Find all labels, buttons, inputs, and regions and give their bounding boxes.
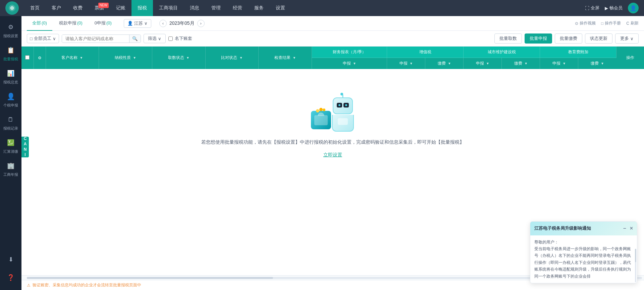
compare-sort-icon: ▼ [239,56,243,60]
nav-service[interactable]: 服务 [248,0,270,16]
fullscreen-button[interactable]: ⛶ 全屏 [585,5,599,11]
th-check-result: 检查结果 ▼ [259,47,312,69]
sidebar-item-batch-tax[interactable]: 📋 批量报税 [0,42,21,65]
refresh-icon: C [626,21,629,26]
current-month: 2023年05月 [169,20,195,26]
sidebar: ⚙ 报税设置 📋 批量报税 📊 报税总览 👤 个税申报 🗒 报税记录 💹 汇算清… [0,16,21,290]
nav-settings[interactable]: 设置 [270,0,291,16]
sidebar-item-personal-tax[interactable]: 👤 个税申报 [0,88,21,111]
personal-tax-icon: 👤 [6,91,16,101]
nav-operation[interactable]: 经营 [227,0,248,16]
vat-pay-sort: ▼ [448,62,451,65]
filter-chevron-icon: ∨ [158,36,161,41]
account-checkbox-label: 名下账套 [175,35,192,42]
search-button[interactable]: 🔍 [129,35,141,43]
scroll-thumb[interactable] [27,277,273,279]
prev-month-button[interactable]: ‹ [159,20,167,27]
notification-scrollthumb[interactable] [635,249,636,262]
sidebar-item-help[interactable]: ❓ [0,269,21,286]
th-fetch-status: 取数状态 ▼ [152,47,205,69]
th-edu-declare: 申报 ▼ [540,58,578,69]
batch-fetch-button[interactable]: 批量取数 [494,33,522,44]
sidebar-item-download[interactable]: ⬇ [0,251,21,268]
fin-declare-sort: ▼ [353,62,356,65]
tab-tax-declare[interactable]: 税款申报 (0) [54,16,88,31]
batch-pay-button[interactable]: 批量缴费 [555,33,582,44]
download-icon: ⬇ [6,255,16,265]
sidebar-item-tax-settings[interactable]: ⚙ 报税设置 [0,19,21,42]
user-avatar[interactable]: 👤 [628,3,639,13]
operation-video-button[interactable]: ⊙ 操作视频 [575,20,596,26]
sidebar-bottom: ⬇ ❓ [0,251,21,290]
notification-header: 江苏电子税务局升级影响通知 － × [530,222,637,235]
edu-declare-sort: ▼ [562,62,566,65]
top-navigation: 首页 客户 收费 票据 NEW 记账 报税 工商项目 消息 管理 经营 服务 设… [0,0,644,16]
nav-manage[interactable]: 管理 [205,0,227,16]
settings-icon: ⚙ [38,56,42,60]
empty-message: 若您想使用批量报税功能，请先在【报税设置】中进行报税的初始化设置，完成密码验证和… [201,139,464,145]
notification-scrollbar[interactable] [635,249,636,282]
th-compare-status: 比对状态 ▼ [205,47,259,69]
employee-chevron-icon: ∨ [53,36,56,41]
customer-sort-icon: ▼ [80,56,83,60]
th-settings: ⚙ [34,47,46,69]
th-vat-pay: 缴费 ▼ [425,58,464,69]
app-logo [5,1,19,15]
th-financial-report: 财务报表（月/季） [312,47,387,58]
nav-fee[interactable]: 收费 [67,0,89,16]
notification-panel: 江苏电子税务局升级影响通知 － × 尊敬的用户： 受当前电子税务局进一步升级的影… [530,221,637,283]
th-operation: 操作 [616,47,644,69]
sidebar-item-business-report[interactable]: 🏢 工商年报 [0,157,21,180]
th-tax-nature: 纳税性质 ▼ [99,47,152,69]
help-icon: ❓ [6,273,16,283]
notification-minimize-button[interactable]: － [622,225,627,232]
status-update-button[interactable]: 状态更新 [585,33,612,44]
fullscreen-icon: ⛶ [585,6,589,11]
notification-body-wrap: 尊敬的用户： 受当前电子税务局进一步升级的影响，同一个政务网账号（办税人）名下的… [530,235,637,283]
checkbox-wrap: 名下账套 [168,35,192,42]
business-report-icon: 🏢 [6,161,16,171]
account-checkbox[interactable] [168,37,173,41]
operation-manual-button[interactable]: □ 操作手册 [601,20,621,26]
th-financial-declare: 申报 ▼ [312,58,387,69]
edu-pay-sort: ▼ [601,62,604,65]
region-selector[interactable]: 👤 江苏 ∨ [124,19,151,28]
refresh-button[interactable]: C 刷新 [626,20,639,26]
check-sort-icon: ▼ [293,56,296,60]
search-input[interactable] [62,35,129,43]
nav-home[interactable]: 首页 [24,0,46,16]
nav-message[interactable]: 消息 [184,0,205,16]
vip-button[interactable]: ▶ 畅会员 [605,5,623,11]
tab-all[interactable]: 全部 (0) [27,16,52,31]
nav-items: 首页 客户 收费 票据 NEW 记账 报税 工商项目 消息 管理 经营 服务 设… [24,0,585,16]
empty-state: 若您想使用批量报税功能，请先在【报税设置】中进行报税的初始化设置，完成密码验证和… [21,69,644,178]
tab-zero-declare[interactable]: 0申报 (0) [89,16,117,31]
region-flag-icon: 👤 [127,21,133,26]
tax-overview-icon: 📊 [6,68,16,78]
next-month-button[interactable]: › [197,20,205,27]
more-chevron-icon: ∨ [630,36,634,41]
employee-selector[interactable]: □ 全部员工 ∨ [27,34,59,43]
annual-settlement-icon: 💹 [6,138,16,148]
nav-industry[interactable]: 工商项目 [153,0,184,16]
city-declare-sort: ▼ [486,62,489,65]
notification-body: 尊敬的用户： 受当前电子税务局进一步升级的影响，同一个政务网账号（办税人）名下的… [530,235,637,283]
th-city-declare: 申报 ▼ [464,58,502,69]
more-button[interactable]: 更多 ∨ [615,33,639,44]
nav-customer[interactable]: 客户 [46,0,67,16]
nav-tax[interactable]: 报税 [131,0,153,16]
select-all-checkbox[interactable] [25,55,30,60]
batch-declare-button[interactable]: 批量申报 [525,33,552,44]
month-nav: ‹ 2023年05月 › [153,20,211,27]
notification-close-button[interactable]: × [630,225,633,231]
sidebar-item-tax-records[interactable]: 🗒 报税记录 [0,111,21,134]
th-city-pay: 缴费 ▼ [502,58,540,69]
nav-accounting[interactable]: 记账 [110,0,131,16]
batch-tax-icon: 📋 [6,45,16,55]
sidebar-item-annual-settlement[interactable]: 💹 汇算清缴 [0,134,21,157]
nav-ticket[interactable]: 票据 NEW [89,0,110,16]
sidebar-item-tax-overview[interactable]: 📊 报税总览 [0,65,21,88]
setup-link[interactable]: 立即设置 [323,152,342,158]
th-customer-name: 客户名称 ▼ [46,47,99,69]
filter-button[interactable]: 筛选 ∨ [144,34,166,43]
